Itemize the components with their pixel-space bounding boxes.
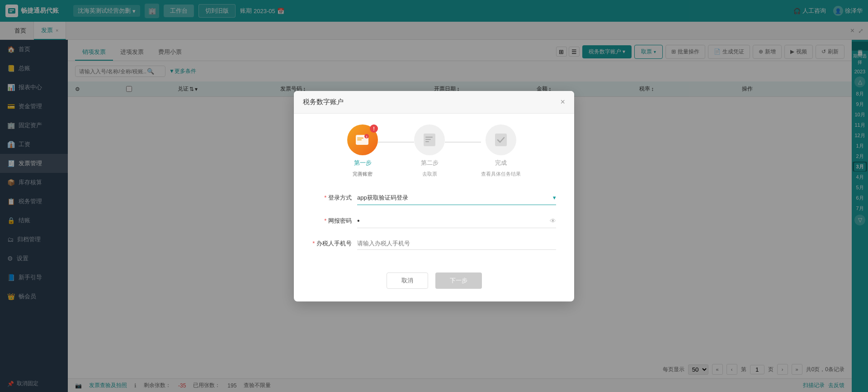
step2-label: 第二步: [421, 159, 439, 167]
password-input-box: • 👁: [357, 214, 556, 228]
modal-footer: 取消 下一步: [294, 272, 574, 301]
modal-close-btn[interactable]: ×: [560, 97, 565, 107]
next-btn[interactable]: 下一步: [435, 272, 482, 289]
phone-control: [357, 237, 556, 250]
cancel-btn[interactable]: 取消: [387, 272, 428, 289]
select-dropdown-icon: ▾: [553, 194, 556, 201]
svg-text:!: !: [366, 135, 368, 139]
step3-label: 完成: [495, 159, 507, 167]
step1-badge: !: [370, 124, 378, 133]
login-method-control: app获取验证码登录 ▾: [357, 191, 556, 205]
login-method-label: * 登录方式: [312, 194, 357, 202]
modal-header: 税务数字账户 ×: [294, 91, 574, 114]
svg-rect-10: [425, 139, 431, 140]
svg-rect-5: [357, 139, 362, 140]
step1-label: 第一步: [354, 159, 372, 167]
tax-digital-modal: 税务数字账户 × ! !: [294, 91, 574, 301]
step-1: ! ! 第一步 完善账密: [347, 124, 378, 177]
step3-desc: 查看具体任务结果: [481, 171, 521, 177]
phone-input[interactable]: [357, 240, 556, 247]
step2-desc: 去取票: [422, 171, 437, 177]
required-star-3: *: [312, 240, 315, 247]
modal-title: 税务数字账户: [303, 98, 344, 106]
modal-body: ! ! 第一步 完善账密: [294, 114, 574, 272]
modal-overlay: 税务数字账户 × ! !: [0, 0, 868, 392]
password-label: * 网报密码: [312, 217, 357, 225]
step3-icon: [486, 124, 516, 155]
required-star-1: *: [324, 194, 326, 201]
form-login-method: * 登录方式 app获取验证码登录 ▾: [312, 191, 556, 205]
password-control: • 👁: [357, 214, 556, 228]
connector-2: [445, 142, 481, 143]
form-password: * 网报密码 • 👁: [312, 214, 556, 228]
svg-rect-9: [425, 137, 433, 138]
step-3: 完成 查看具体任务结果: [481, 124, 521, 177]
phone-label: * 办税人手机号: [312, 239, 357, 248]
form-phone: * 办税人手机号: [312, 237, 556, 250]
svg-rect-11: [425, 141, 429, 142]
toggle-password-icon[interactable]: 👁: [550, 217, 556, 225]
step1-icon: ! !: [347, 124, 378, 155]
step2-icon: [414, 124, 445, 155]
step-2: 第二步 去取票: [414, 124, 445, 177]
connector-1: [378, 142, 414, 143]
step1-desc: 完善账密: [353, 171, 373, 177]
login-method-select[interactable]: app获取验证码登录 ▾: [357, 191, 556, 205]
svg-rect-4: [357, 138, 363, 139]
svg-rect-12: [495, 134, 507, 146]
steps-container: ! ! 第一步 完善账密: [312, 124, 556, 177]
phone-input-box: [357, 237, 556, 250]
required-star-2: *: [324, 217, 326, 224]
